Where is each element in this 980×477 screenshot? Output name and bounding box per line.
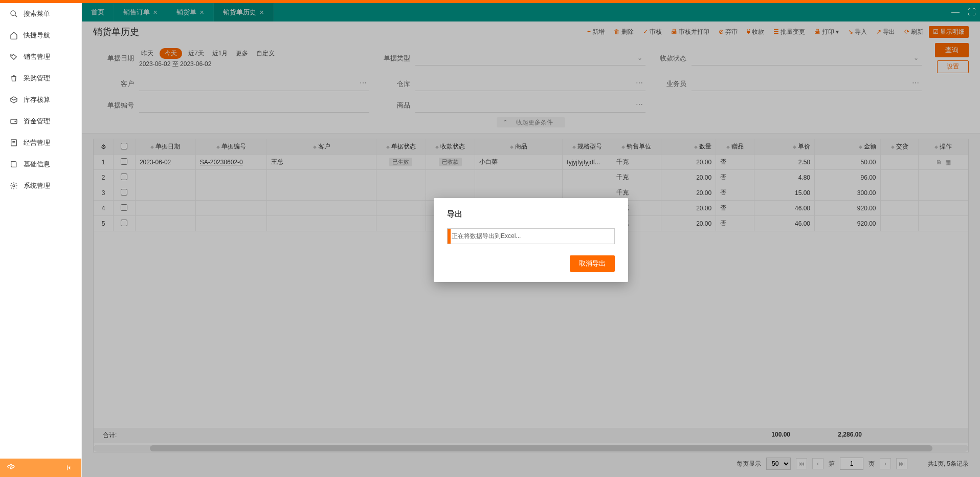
sidebar-item-label: 系统管理: [24, 181, 50, 190]
sidebar-item-label: 销售管理: [24, 52, 50, 61]
sidebar-item-quicknav[interactable]: 快捷导航: [0, 25, 81, 46]
svg-line-1: [15, 15, 17, 17]
sidebar-item-label: 资金管理: [24, 117, 50, 126]
tag-icon: [9, 52, 18, 61]
gear-icon: [9, 181, 18, 190]
export-modal: 导出 正在将数据导出到Excel... 取消导出: [434, 198, 628, 282]
book-icon: [9, 160, 18, 169]
main-area: 首页 销售订单✕ 销货单✕ 销货单历史✕ — ⛶ 销货单历史 +新增🗑删除✓审核…: [82, 3, 980, 477]
collapse-sidebar-icon[interactable]: [65, 464, 74, 471]
modal-title: 导出: [447, 209, 615, 219]
sidebar-item-label: 搜索菜单: [24, 9, 50, 18]
svg-point-8: [13, 185, 15, 187]
bag-icon: [9, 74, 18, 83]
sidebar-item-system[interactable]: 系统管理: [0, 175, 81, 197]
sidebar-item-search[interactable]: 搜索菜单: [0, 3, 81, 25]
home-icon: [9, 31, 18, 40]
sidebar: 搜索菜单 快捷导航 销售管理 采购管理 库存核算 资金管理 经营管理 基础信息: [0, 3, 82, 477]
svg-point-9: [10, 467, 12, 469]
svg-rect-10: [67, 465, 68, 470]
sidebar-item-purchase[interactable]: 采购管理: [0, 68, 81, 89]
sidebar-item-operation[interactable]: 经营管理: [0, 132, 81, 154]
sidebar-item-label: 采购管理: [24, 74, 50, 83]
settings-icon[interactable]: [7, 464, 15, 472]
sidebar-item-sales[interactable]: 销售管理: [0, 46, 81, 68]
wallet-icon: [9, 117, 18, 126]
search-icon: [9, 9, 18, 18]
sidebar-item-label: 基础信息: [24, 160, 50, 169]
sidebar-item-label: 快捷导航: [24, 31, 50, 40]
cancel-export-button[interactable]: 取消导出: [570, 255, 615, 272]
sidebar-item-inventory[interactable]: 库存核算: [0, 89, 81, 111]
svg-point-0: [11, 11, 15, 15]
sidebar-item-finance[interactable]: 资金管理: [0, 111, 81, 132]
sidebar-item-label: 经营管理: [24, 138, 50, 147]
sidebar-item-basedata[interactable]: 基础信息: [0, 154, 81, 175]
report-icon: [9, 138, 18, 147]
box-icon: [9, 95, 18, 104]
svg-point-2: [12, 55, 12, 56]
sidebar-footer: [0, 459, 81, 477]
export-progress-text: 正在将数据导出到Excel...: [447, 228, 615, 244]
svg-point-4: [15, 121, 15, 121]
svg-rect-3: [11, 119, 17, 124]
sidebar-item-label: 库存核算: [24, 95, 50, 104]
